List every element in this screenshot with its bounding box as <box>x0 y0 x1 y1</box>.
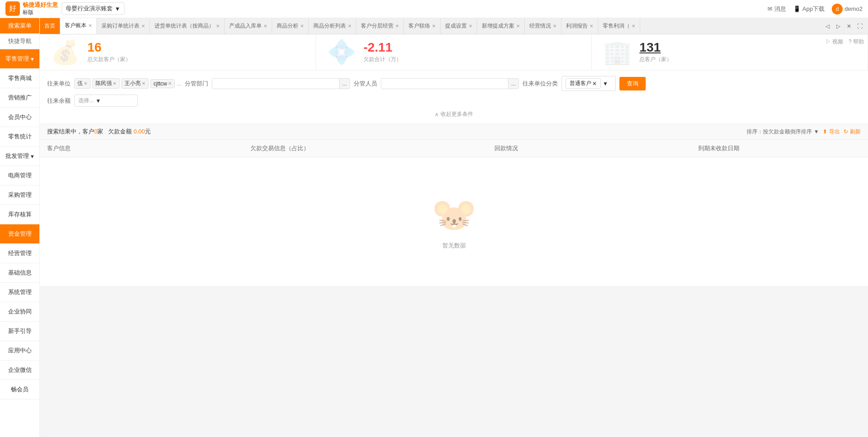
video-help-btn[interactable]: ▷ 视频 <box>825 38 843 46</box>
tab-home[interactable]: 首页 <box>40 18 60 34</box>
refresh-btn[interactable]: ↻ 刷新 <box>844 128 861 136</box>
tab-goods-analysis[interactable]: 商品分析 ✕ <box>272 18 309 34</box>
sidebar-item-finance[interactable]: 资金管理 <box>0 224 39 244</box>
refresh-label: 刷新 <box>850 128 861 136</box>
filter-unit-more[interactable]: ... <box>177 81 181 87</box>
filter-tag-wu-remove[interactable]: ✕ <box>84 81 87 86</box>
tab-customer-tier[interactable]: 客户分层经营 ✕ <box>356 18 404 34</box>
sidebar-item-inventory[interactable]: 库存核算 <box>0 205 39 224</box>
tab-inbound-stat[interactable]: 进货单统计表（按商品） ✕ <box>150 18 225 34</box>
dept-filter-more[interactable]: ... <box>339 79 350 89</box>
tab-profit-report-close[interactable]: ✕ <box>590 24 593 28</box>
tab-prev-btn[interactable]: ◁ <box>823 22 832 31</box>
message-btn[interactable]: ✉ 消息 <box>767 5 786 13</box>
sidebar-item-label-zero-stat: 零售统计 <box>8 133 32 140</box>
tab-suggest-settings[interactable]: 提成设置 ✕ <box>441 18 477 34</box>
stat-text-debtors: 16 总欠款客户（家） <box>87 41 131 63</box>
tab-ops-status-close[interactable]: ✕ <box>553 24 556 28</box>
sidebar-item-zero-retail[interactable]: 零售管理 ▾ <box>0 49 39 69</box>
person-filter-input[interactable] <box>381 79 508 89</box>
sidebar-item-ecommerce[interactable]: 电商管理 <box>0 166 39 185</box>
tab-suggest-settings-close[interactable]: ✕ <box>469 24 472 28</box>
sidebar-item-system[interactable]: 系统管理 <box>0 283 39 302</box>
sort-select[interactable]: 排序：按欠款金额倒序排序 ▼ <box>747 128 819 136</box>
app-download-btn[interactable]: 📱 App下载 <box>793 5 825 13</box>
filter-tag-wang-remove[interactable]: ✕ <box>142 81 145 86</box>
sidebar-item-marketing[interactable]: 营销推广 <box>0 88 39 108</box>
sidebar-item-purchase[interactable]: 采购管理 <box>0 185 39 205</box>
tab-customer-accounts-label: 客户账本 <box>65 22 86 29</box>
stat-icon-customers: 🏢 <box>603 38 632 66</box>
export-btn[interactable]: ⬆ 导出 <box>823 128 840 136</box>
filter-tag-chen-remove[interactable]: ✕ <box>113 81 116 86</box>
sidebar-item-ops[interactable]: 经营管理 <box>0 244 39 263</box>
tab-home-label: 首页 <box>44 22 55 30</box>
tab-product-inbound-close[interactable]: ✕ <box>264 24 267 28</box>
tab-retail-profit[interactable]: 零售利润（ ✕ <box>598 18 640 34</box>
tab-customer-tier-close[interactable]: ✕ <box>395 24 399 28</box>
stat-icon-debt: 💠 <box>327 38 356 66</box>
sidebar-search[interactable]: 搜索菜单 <box>0 18 39 33</box>
tab-maximize-btn[interactable]: ⛶ <box>855 22 864 31</box>
tab-retail-profit-close[interactable]: ✕ <box>632 24 635 28</box>
tab-customer-contact[interactable]: 客户联络 ✕ <box>404 18 441 34</box>
filter-tag-cjttcw-label: cjttcw <box>153 81 167 87</box>
debt-amount: 0.00 <box>134 128 145 135</box>
tab-ops-status[interactable]: 经营情况 ✕ <box>525 18 561 34</box>
col-overdue-tx: 欠款交易信息（占比） <box>250 144 494 152</box>
sidebar-item-basic[interactable]: 基础信息 <box>0 263 39 283</box>
tab-customer-accounts[interactable]: 客户账本 ✕ <box>60 18 97 34</box>
help-btn[interactable]: ? 帮助 <box>849 38 864 46</box>
sidebar-item-collab[interactable]: 企业协同 <box>0 302 39 322</box>
sidebar-item-newbie[interactable]: 新手引导 <box>0 322 39 341</box>
tab-goods-analysis-list[interactable]: 商品分析列表 ✕ <box>309 18 356 34</box>
tab-add-suggest-close[interactable]: ✕ <box>516 24 520 28</box>
search-label: 搜索菜单 <box>8 22 32 29</box>
sidebar-item-appstore[interactable]: 应用中心 <box>0 341 39 361</box>
tab-customer-contact-close[interactable]: ✕ <box>432 24 436 28</box>
sidebar-item-wholesale[interactable]: 批发管理 ▾ <box>0 147 39 166</box>
category-filter-select[interactable]: 普通客户 ✕ ▼ <box>561 76 616 91</box>
tab-profit-report[interactable]: 利润报告 ✕ <box>561 18 598 34</box>
org-name: 母婴行业演示账套 <box>66 5 113 13</box>
filter-tag-chen: 陈民强 ✕ <box>92 78 120 89</box>
tab-inbound-stat-label: 进货单统计表（按商品） <box>154 22 214 30</box>
person-filter-more[interactable]: ... <box>508 79 518 89</box>
sidebar-item-zero-shop[interactable]: 零售商城 <box>0 69 39 88</box>
tab-goods-analysis-list-close[interactable]: ✕ <box>348 24 351 28</box>
message-label: 消息 <box>774 5 786 13</box>
sidebar-item-member[interactable]: 会员中心 <box>0 108 39 127</box>
sidebar-item-label-basic: 基础信息 <box>8 269 32 276</box>
tab-purchase-order-stat-close[interactable]: ✕ <box>141 24 145 28</box>
sidebar-quick-nav[interactable]: 快捷导航 <box>0 33 39 49</box>
tab-add-suggest[interactable]: 新增提成方案 ✕ <box>477 18 525 34</box>
org-selector[interactable]: 母婴行业演示账套 ▼ <box>62 2 125 15</box>
query-button[interactable]: 查询 <box>619 77 646 90</box>
customer-count: 0 <box>94 128 97 135</box>
col-repayment: 回款情况 <box>494 144 698 152</box>
sidebar-item-zero-stat[interactable]: 零售统计 <box>0 127 39 147</box>
filter-tag-cjttcw: cjttcw ✕ <box>150 79 175 88</box>
filter-tag-cjttcw-remove[interactable]: ✕ <box>168 81 172 86</box>
balance-filter-select[interactable]: 选择... ▼ <box>74 95 138 107</box>
tab-next-btn[interactable]: ▷ <box>834 22 843 31</box>
tab-customer-tier-label: 客户分层经营 <box>361 22 393 30</box>
export-label: 导出 <box>829 128 840 136</box>
tab-close-all-btn[interactable]: ✕ <box>844 22 854 31</box>
unit-filter-tags: 伍 ✕ 陈民强 ✕ 王小亮 ✕ cjttcw ✕ <box>74 78 181 89</box>
user-avatar[interactable]: d demo2 <box>832 4 863 14</box>
sidebar-item-label-marketing: 营销推广 <box>8 94 32 101</box>
tab-customer-accounts-close[interactable]: ✕ <box>88 23 92 28</box>
stats-row: 💰 16 总欠款客户（家） 💠 -2.11 欠款合计（万） 🏢 <box>40 34 868 71</box>
sidebar-item-vip[interactable]: 畅会员 <box>0 380 39 399</box>
tab-goods-analysis-close[interactable]: ✕ <box>300 24 304 28</box>
tab-inbound-stat-close[interactable]: ✕ <box>216 24 220 28</box>
category-tag-remove[interactable]: ✕ <box>592 81 597 87</box>
phone-icon: 📱 <box>793 5 801 12</box>
tab-product-inbound[interactable]: 产成品入库单 ✕ <box>225 18 272 34</box>
sidebar-item-wecom[interactable]: 企业微信 <box>0 361 39 380</box>
dept-filter-input[interactable] <box>212 79 339 89</box>
sort-label: 排序：按欠款金额倒序排序 <box>747 128 812 136</box>
tab-purchase-order-stat[interactable]: 采购订单统计表 ✕ <box>97 18 150 34</box>
collapse-btn[interactable]: ∧ 收起更多条件 <box>47 110 861 118</box>
